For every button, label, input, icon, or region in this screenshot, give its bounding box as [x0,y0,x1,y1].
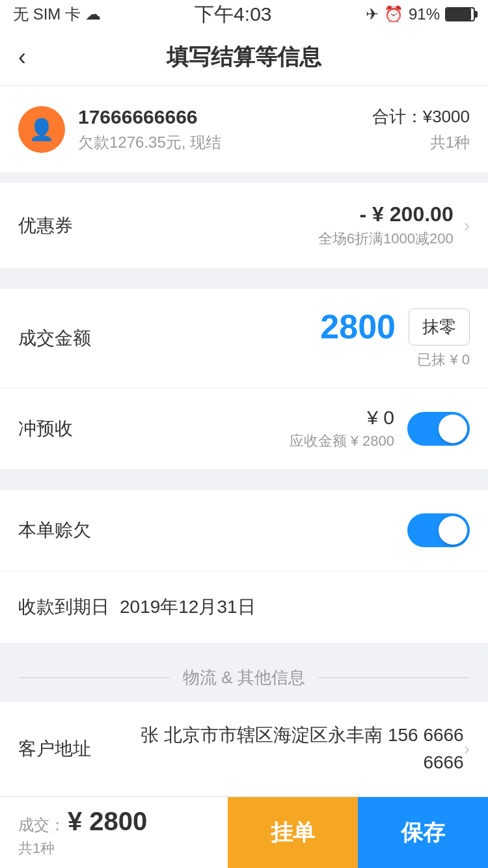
address-row[interactable]: 客户地址 张 北京市市辖区海淀区永丰南 156 6666 6666 › [0,702,488,796]
avatar: 👤 [18,106,65,153]
prepay-label: 冲预收 [18,416,73,441]
amount-row: 成交金额 2800 抹零 已抹 ¥ 0 [0,289,488,388]
battery-percent: 91% [409,5,440,23]
status-time: 下午4:03 [195,1,271,28]
bottom-bar: 成交： ¥ 2800 共1种 挂单 保存 [0,796,488,868]
coupon-desc: 全场6折满1000减200 [318,229,454,249]
coupon-right-area: - ¥ 200.00 全场6折满1000减200 › [318,202,470,249]
amount-label: 成交金额 [18,326,91,351]
customer-card: 👤 17666666666 欠款1276.35元, 现结 合计：¥3000 共1… [0,86,488,172]
page-title: 填写结算等信息 [167,42,321,72]
prepay-value: ¥ 0 [290,407,394,429]
pending-button[interactable]: 挂单 [228,797,358,869]
customer-phone: 17666666666 [78,106,221,128]
logistics-label: 物流 & 其他信息 [170,666,318,689]
content: 👤 17666666666 欠款1276.35元, 现结 合计：¥3000 共1… [0,86,488,868]
prepay-sub: 应收金额 ¥ 2800 [290,431,394,451]
prepay-row: 冲预收 ¥ 0 应收金额 ¥ 2800 [0,388,488,469]
status-left: 无 SIM 卡 ☁ [13,4,101,25]
round-zero-button[interactable]: 抹零 [409,308,470,346]
coupon-section: 优惠券 - ¥ 200.00 全场6折满1000减200 › [0,183,488,268]
coupon-info: - ¥ 200.00 全场6折满1000减200 [318,202,454,249]
address-chevron-icon: › [464,739,470,759]
divider-3 [0,469,488,480]
address-section: 客户地址 张 北京市市辖区海淀区永丰南 156 6666 6666 › [0,702,488,796]
prepay-amount: ¥ 0 应收金额 ¥ 2800 [290,407,394,451]
nav-bar: ‹ 填写结算等信息 [0,29,488,86]
back-button[interactable]: ‹ [18,44,26,71]
credit-label: 本单赊欠 [18,518,91,543]
status-right: ✈ ⏰ 91% [366,5,475,23]
amount-sub: 已抹 ¥ 0 [417,350,470,370]
credit-toggle[interactable] [407,513,470,547]
customer-debt: 欠款1276.35元, 现结 [78,132,221,153]
credit-row: 本单赊欠 [0,490,488,571]
customer-left: 👤 17666666666 欠款1276.35元, 现结 [18,106,221,153]
bottom-count: 共1种 [18,839,210,858]
coupon-row[interactable]: 优惠券 - ¥ 200.00 全场6折满1000减200 › [0,183,488,268]
due-label: 收款到期日 [18,595,109,619]
due-row: 收款到期日 2019年12月31日 [0,571,488,643]
battery-icon [445,7,475,21]
customer-right: 合计：¥3000 共1种 [372,105,470,153]
bottom-amount: ¥ 2800 [68,807,147,836]
divider-1 [0,172,488,183]
alarm-icon: ⏰ [384,5,403,23]
address-value: 张 北京市市辖区海淀区永丰南 156 6666 6666 [109,722,464,776]
bottom-left: 成交： ¥ 2800 共1种 [0,807,228,858]
divider-2 [0,268,488,278]
logistics-divider: 物流 & 其他信息 [0,653,488,702]
credit-section: 本单赊欠 收款到期日 2019年12月31日 [0,490,488,643]
due-value: 2019年12月31日 [120,595,256,619]
customer-count: 共1种 [372,132,470,153]
status-bar: 无 SIM 卡 ☁ 下午4:03 ✈ ⏰ 91% [0,0,488,29]
amount-section: 成交金额 2800 抹零 已抹 ¥ 0 冲预收 ¥ 0 应收金额 ¥ 2800 [0,289,488,469]
coupon-label: 优惠券 [18,213,73,238]
prepay-toggle[interactable] [407,412,470,446]
location-icon: ✈ [366,5,379,23]
sim-status: 无 SIM 卡 ☁ [13,4,101,25]
amount-right-area: 2800 抹零 已抹 ¥ 0 [320,307,470,370]
address-label: 客户地址 [18,737,91,761]
coupon-value: - ¥ 200.00 [318,202,454,226]
bottom-amount-area: 成交： ¥ 2800 [18,807,210,836]
customer-total: 合计：¥3000 [372,105,470,128]
amount-value: 2800 [320,307,396,346]
due-section: 收款到期日 2019年12月31日 [0,571,488,643]
customer-info: 17666666666 欠款1276.35元, 现结 [78,106,221,153]
bottom-label: 成交： [18,815,65,835]
prepay-right: ¥ 0 应收金额 ¥ 2800 [290,407,470,451]
amount-right: 2800 抹零 [320,307,470,346]
save-button[interactable]: 保存 [358,797,488,869]
coupon-chevron-icon: › [464,215,470,236]
